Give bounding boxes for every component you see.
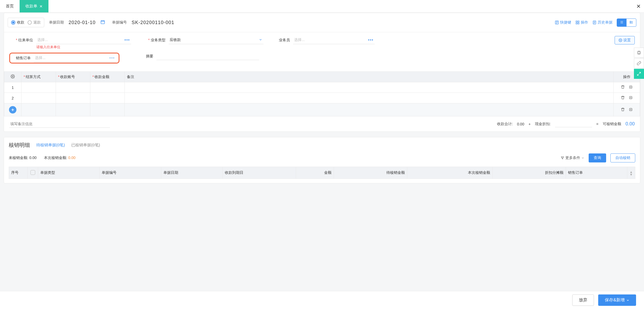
cell-settlement[interactable] (21, 93, 56, 103)
cell-account[interactable] (56, 103, 90, 116)
col-pending[interactable]: 待核销金额 (334, 167, 407, 179)
party-label: 往来单位 (9, 38, 33, 43)
more-icon[interactable]: ••• (124, 38, 130, 42)
more-icon[interactable]: ••• (109, 56, 115, 60)
rail-expand-icon[interactable] (634, 69, 644, 79)
settings-label: 设置 (623, 38, 631, 43)
receipt-total-label: 收款合计: (497, 122, 513, 126)
writable-amount-label: 可核销金额 (603, 122, 621, 126)
writeoff-section: 核销明细 待核销单据(0笔) 已核销单据(0笔) 未核销金额: 0.00 本次核… (4, 137, 640, 183)
gear-icon[interactable] (11, 75, 15, 79)
copy-row-icon[interactable] (629, 85, 633, 90)
plus-sign: + (529, 122, 531, 126)
cell-settlement[interactable] (21, 82, 56, 93)
col-discount-share[interactable]: 折扣分摊额 (492, 167, 566, 179)
cell-remark[interactable] (125, 93, 614, 103)
shortcut-button[interactable]: 快捷键 (555, 20, 571, 25)
table-row[interactable]: 1 (4, 82, 640, 93)
cell-amount[interactable] (90, 93, 125, 103)
row-index: 1 (4, 82, 21, 93)
biztype-select[interactable]: 应收款 (169, 36, 263, 44)
party-select[interactable]: 选择... ••• (36, 36, 131, 44)
summary-input[interactable] (156, 53, 259, 60)
col-this-time[interactable]: 本次核销金额 (407, 167, 492, 179)
select-all-checkbox[interactable] (30, 170, 35, 175)
col-doc-date[interactable]: 单据日期 (161, 167, 222, 179)
placeholder: 选择... (294, 38, 305, 42)
cash-discount-input[interactable] (555, 121, 592, 127)
tab-home[interactable]: 首页 (0, 0, 20, 12)
svg-rect-7 (630, 21, 631, 22)
summary-row: 收款合计: 0.00 + 现金折扣: = 可核销金额 0.00 (4, 116, 640, 131)
table-row[interactable]: 2 (4, 93, 640, 103)
query-button[interactable]: 查询 (589, 153, 606, 162)
chevron-down-icon (259, 38, 262, 42)
delete-icon[interactable] (621, 107, 625, 112)
close-icon[interactable]: ✕ (39, 4, 43, 8)
clerk-select[interactable]: 选择... ••• (293, 36, 375, 44)
type-radio-group: 收款 退款 (8, 18, 44, 27)
cell-remark[interactable] (125, 103, 614, 116)
svg-rect-4 (576, 23, 577, 24)
svg-point-9 (620, 40, 621, 41)
calendar-icon[interactable] (100, 20, 105, 26)
more-icon[interactable]: ••• (368, 38, 374, 42)
delete-icon[interactable] (621, 96, 625, 101)
cell-settlement[interactable] (21, 103, 56, 116)
col-due-date[interactable]: 收款到期日 (223, 167, 296, 179)
tab-label: 收款单 (25, 4, 37, 9)
more-conditions[interactable]: 更多条件 (561, 156, 584, 160)
col-doc-type[interactable]: 单据类型 (38, 167, 100, 179)
add-row-button[interactable]: + (9, 106, 16, 113)
auto-writeoff-button[interactable]: 自动核销 (610, 153, 635, 162)
radio-receive[interactable]: 收款 (11, 20, 24, 25)
number-label: 单据编号 (112, 20, 127, 25)
operate-button[interactable]: 操作 (575, 20, 588, 25)
clerk-label: 业务员 (274, 38, 290, 43)
rail-print-icon[interactable] (634, 48, 644, 58)
sort-icon[interactable]: ▲▼ (630, 171, 633, 176)
cell-account[interactable] (56, 82, 90, 93)
col-remark: 备注 (127, 75, 134, 79)
main-card: 收款 退款 单据日期 2020-01-10 单据编号 SK-20200110-0… (4, 13, 640, 132)
remarks-input[interactable] (9, 120, 110, 128)
close-all-icon[interactable]: ✕ (636, 3, 641, 10)
sales-order-select[interactable]: 选择... ••• (34, 54, 116, 62)
col-amount[interactable]: 金额 (296, 167, 334, 179)
svg-rect-5 (578, 23, 579, 24)
copy-row-icon[interactable] (629, 96, 633, 101)
tab-pending[interactable]: 待核销单据(0笔) (36, 143, 65, 148)
this-amount-value: 0.00 (68, 156, 75, 160)
cell-amount[interactable] (90, 103, 125, 116)
tab-done[interactable]: 已核销单据(0笔) (71, 143, 100, 148)
view-detail-icon[interactable] (627, 19, 636, 26)
settings-button[interactable]: 设置 (615, 36, 635, 44)
delete-icon[interactable] (621, 85, 625, 90)
sales-order-highlight: 销售订单 选择... ••• (9, 53, 119, 63)
shortcut-label: 快捷键 (560, 20, 571, 25)
date-label: 单据日期 (49, 20, 64, 25)
cell-remark[interactable] (125, 82, 614, 93)
cell-amount[interactable] (90, 82, 125, 93)
radio-checked-icon (11, 20, 15, 25)
radio-refund[interactable]: 退款 (28, 20, 41, 25)
right-rail (634, 48, 644, 79)
tab-receipt[interactable]: 收款单 ✕ (20, 0, 48, 12)
rail-link-icon[interactable] (634, 58, 644, 68)
svg-rect-2 (576, 21, 577, 22)
radio-label: 收款 (17, 20, 24, 25)
col-amount: 收款金额 (95, 75, 109, 79)
writeoff-grid: 序号 单据类型 单据编号 单据日期 收款到期日 金额 待核销金额 本次核销金额 … (9, 167, 635, 179)
date-value[interactable]: 2020-01-10 (69, 20, 96, 25)
col-doc-no[interactable]: 单据编号 (100, 167, 161, 179)
placeholder: 选择... (35, 56, 46, 60)
svg-rect-0 (101, 20, 105, 24)
cell-account[interactable] (56, 93, 90, 103)
history-button[interactable]: 历史单据 (592, 20, 612, 25)
biztype-label: 业务类型 (142, 38, 166, 43)
col-sales-order[interactable]: 销售订单 (568, 170, 583, 175)
view-list-icon[interactable] (617, 19, 627, 26)
cash-discount-label: 现金折扣: (535, 122, 551, 126)
history-label: 历史单据 (598, 20, 612, 25)
copy-row-icon[interactable] (629, 107, 633, 112)
